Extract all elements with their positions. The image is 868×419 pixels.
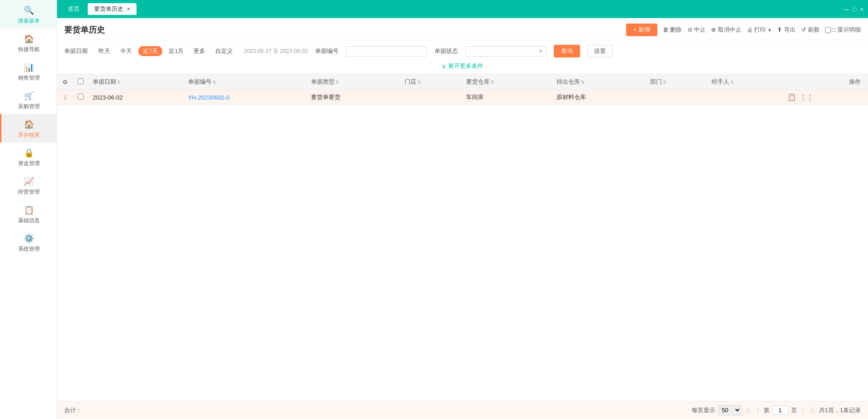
next-page-button[interactable]: ⟩ [800, 406, 806, 415]
per-page-select[interactable]: 10 20 50 100 [718, 405, 741, 415]
minimize-icon[interactable]: — [844, 6, 849, 13]
col-doc-type[interactable]: 单据类型⇅ [307, 74, 400, 90]
ops-mgmt-icon: 📈 [24, 176, 34, 186]
date-btn-yesterday[interactable]: 昨天 [95, 46, 114, 56]
sales-mgmt-icon: 📊 [24, 62, 34, 72]
status-select[interactable] [465, 46, 547, 57]
query-button[interactable]: 查询 [554, 45, 580, 57]
display-cell-checkbox[interactable]: □ 显示明细 [825, 26, 861, 34]
sidebar-item-search-menu[interactable]: 🔍 搜索菜单 [0, 0, 57, 29]
select-all-checkbox[interactable] [78, 78, 84, 84]
col-checkbox [73, 74, 88, 90]
basic-info-icon: 📋 [24, 205, 34, 215]
page-title: 要货单历史 [64, 24, 105, 35]
per-page-label: 每页显示 [692, 406, 715, 414]
date-btn-custom[interactable]: 自定义 [212, 46, 236, 56]
sidebar-item-ops-mgmt[interactable]: 📈 经营管理 [0, 171, 57, 200]
edit-icon[interactable]: 📋 [788, 93, 796, 101]
doc-num-input[interactable] [346, 46, 427, 57]
print-button[interactable]: 🖨 打印 ▼ [747, 26, 772, 34]
inventory-calc-icon: 🏠 [24, 119, 34, 129]
purchase-mgmt-icon: 🛒 [24, 91, 34, 101]
col-department[interactable]: 部门⇅ [646, 74, 707, 90]
sidebar-item-sys-mgmt[interactable]: ⚙️ 系统管理 [0, 228, 57, 257]
refresh-button[interactable]: ↺ 刷新 [801, 26, 820, 34]
table-area: ⚙ 单据日期⇅ 单据编号⇅ 单据类型⇅ [57, 74, 868, 401]
sort-req-warehouse-icon: ⇅ [491, 80, 494, 85]
col-doc-date[interactable]: 单据日期⇅ [88, 74, 184, 90]
page-label: 第 [764, 406, 769, 414]
maximize-icon[interactable]: □ [853, 6, 857, 13]
sidebar-item-label: 资金管理 [18, 160, 40, 167]
close-window-icon[interactable]: × [860, 6, 863, 13]
new-button[interactable]: + 新增 [626, 24, 657, 36]
quick-nav-icon: 🏠 [24, 34, 34, 44]
table-footer: 合计： 每页显示 10 20 50 100 ⟨⟨ ⟨ 第 页 ⟩ ⟩⟩ 共1页，… [57, 401, 868, 419]
col-req-warehouse[interactable]: 要货仓库⇅ [462, 74, 552, 90]
last-page-button[interactable]: ⟩⟩ [808, 406, 816, 415]
row-doc-date: 2023-06-02 [88, 90, 184, 105]
export-button[interactable]: ⬆ 导出 [777, 26, 796, 34]
sort-handler-icon: ⇅ [730, 80, 734, 85]
expand-more-button[interactable]: ∨ 展开更多条件 [64, 62, 861, 70]
toolbar: + 新增 🗑 删除 ⊘ 中止 ⊗ 取消中止 🖨 打印 ▼ ⬆ 导出 ↺ 刷新 □… [626, 24, 861, 36]
prev-page-button[interactable]: ⟨ [755, 406, 761, 415]
main-area: 首页 要货单历史 × — □ × 要货单历史 + 新增 🗑 删除 ⊘ 中止 ⊗ … [57, 0, 868, 419]
doc-num-link[interactable]: YH-20230602-0 [188, 94, 230, 101]
sidebar-item-label: 销售管理 [18, 74, 40, 82]
filter-row-1: 单据日期 昨天 今天 近7天 近1月 更多 自定义 2023-05-27 至 2… [64, 45, 861, 57]
date-range-display: 2023-05-27 至 2023-06-02 [244, 48, 307, 55]
row-doc-type: 要货单要货 [307, 90, 400, 105]
print-dropdown-icon: ▼ [767, 28, 772, 33]
date-filter-label: 单据日期 [64, 47, 88, 55]
sidebar-item-purchase-mgmt[interactable]: 🛒 采购管理 [0, 86, 57, 114]
more-icon[interactable]: ⋮⋮ [800, 93, 813, 101]
date-btn-1month[interactable]: 近1月 [165, 46, 187, 56]
col-pending-warehouse[interactable]: 待出仓库⇅ [552, 74, 646, 90]
doc-num-filter-label: 单据编号 [315, 47, 339, 55]
sidebar-item-quick-nav[interactable]: 🏠 快捷导航 [0, 29, 57, 57]
date-btn-today[interactable]: 今天 [117, 46, 136, 56]
row-num: 1 [57, 90, 73, 105]
table-header: ⚙ 单据日期⇅ 单据编号⇅ 单据类型⇅ [57, 74, 868, 90]
row-checkbox[interactable] [78, 94, 84, 100]
tab-active[interactable]: 要货单历史 × [88, 3, 137, 15]
col-store[interactable]: 门店⇅ [400, 74, 462, 90]
col-doc-num[interactable]: 单据编号⇅ [184, 74, 307, 90]
filter-bar: 单据日期 昨天 今天 近7天 近1月 更多 自定义 2023-05-27 至 2… [57, 40, 868, 74]
stop-button[interactable]: ⊘ 中止 [688, 26, 706, 34]
row-department [646, 90, 707, 105]
date-btn-more[interactable]: 更多 [190, 46, 209, 56]
sys-mgmt-icon: ⚙️ [24, 233, 34, 243]
sidebar-item-label: 经营管理 [18, 188, 40, 196]
sidebar-item-funds-mgmt[interactable]: 🔒 资金管理 [0, 143, 57, 171]
sidebar-item-basic-info[interactable]: 📋 基础信息 [0, 200, 57, 228]
row-req-warehouse: 车间库 [462, 90, 552, 105]
first-page-button[interactable]: ⟨⟨ [744, 406, 752, 415]
sidebar-item-sales-mgmt[interactable]: 📊 销售管理 [0, 57, 57, 86]
sort-store-icon: ⇅ [417, 80, 421, 85]
expand-icon: ∨ [442, 63, 446, 70]
settings-button[interactable]: 设置 [587, 45, 613, 57]
date-btn-7days[interactable]: 近7天 [138, 46, 162, 56]
tab-close-icon[interactable]: × [127, 6, 130, 12]
sort-department-icon: ⇅ [663, 80, 666, 85]
display-cell-input[interactable] [825, 27, 831, 33]
topbar: 首页 要货单历史 × — □ × [57, 0, 868, 18]
row-pending-warehouse: 原材料仓库 [552, 90, 646, 105]
sidebar-item-label: 库存核算 [18, 131, 40, 139]
col-settings[interactable]: ⚙ [57, 74, 73, 90]
data-table: ⚙ 单据日期⇅ 单据编号⇅ 单据类型⇅ [57, 74, 868, 105]
delete-button[interactable]: 🗑 删除 [663, 26, 682, 34]
cancel-stop-button[interactable]: ⊗ 取消中止 [711, 26, 741, 34]
col-handler[interactable]: 经手人⇅ [707, 74, 783, 90]
sidebar: 🔍 搜索菜单 🏠 快捷导航 📊 销售管理 🛒 采购管理 🏠 库存核算 🔒 资金管… [0, 0, 57, 419]
sidebar-item-inventory-calc[interactable]: 🏠 库存核算 [0, 114, 57, 143]
date-filter-buttons: 昨天 今天 近7天 近1月 更多 自定义 [95, 46, 236, 56]
page-input[interactable] [772, 405, 788, 415]
tab-home[interactable]: 首页 [61, 3, 86, 15]
sidebar-item-label: 系统管理 [18, 245, 40, 253]
sidebar-item-label: 快捷导航 [18, 46, 40, 53]
row-handler [707, 90, 783, 105]
sort-doc-type-icon: ⇅ [335, 80, 339, 85]
